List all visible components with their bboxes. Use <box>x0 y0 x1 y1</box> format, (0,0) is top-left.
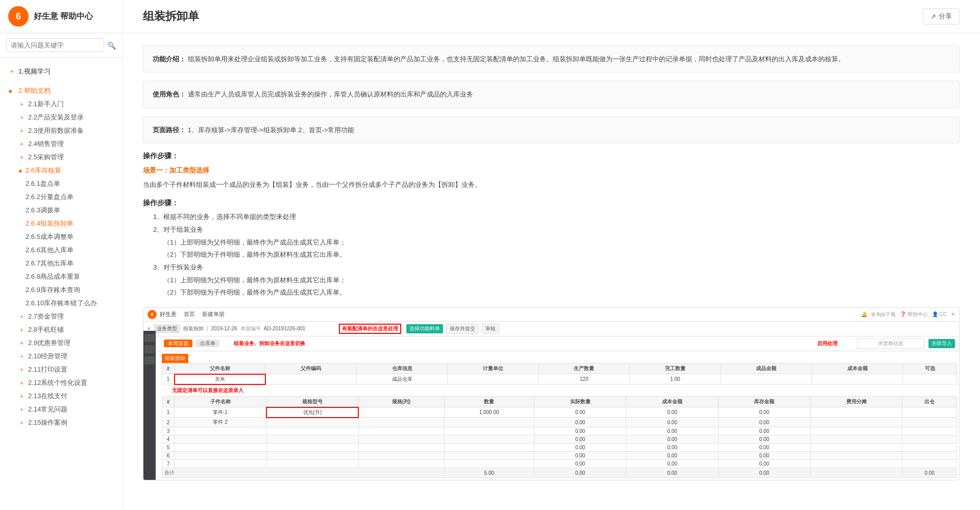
sidebar-item-stock-error[interactable]: 2.6.10库存账本错了么办 <box>26 297 114 310</box>
col-unit: 计量单位 <box>448 363 538 374</box>
sidebar-item-data-prep[interactable]: ＋ 2.3使用前数据准备 <box>18 124 114 137</box>
app-orange-header: 组装拆卸 <box>162 354 188 363</box>
step2-2: （2）下部明细为子件明细，最终作为原材料生成其它出库单。 <box>143 249 960 261</box>
sidebar-item-cases[interactable]: ＋ 2.15操作案例 <box>18 416 114 429</box>
row-parent-code <box>265 374 356 384</box>
nav-children-docs: ＋ 2.1新手入门 ＋ 2.2产品安装及登录 ＋ 2.3使用前数据准备 ＋ 2.… <box>8 98 114 429</box>
row-unit <box>448 374 538 384</box>
app-sim-wrapper: 6 好生意 首页 新建单据 🔔 ⊞ App下载 ❓ 帮助中心 👤 CC ✕ <box>143 308 959 480</box>
site-title: 好生意 帮助中心 <box>34 11 93 22</box>
brow-spec: 优先(升) <box>266 407 358 418</box>
step1: 1、根据不同的业务，选择不同单据的类型来处理 <box>143 211 960 224</box>
minus-icon-inventory: ● <box>18 167 22 175</box>
sidebar-item-cost-adjust[interactable]: 2.6.5成本调整单 <box>26 230 114 244</box>
app-title-right: 🔔 ⊞ App下载 ❓ 帮助中心 👤 CC ✕ <box>861 311 955 318</box>
sidebar-item-online-pay[interactable]: ＋ 2.13在线支付 <box>18 390 114 403</box>
search-input[interactable] <box>6 38 104 52</box>
search-icon[interactable]: 🔍 <box>107 41 116 50</box>
sidebar-item-beginner[interactable]: ＋ 2.1新手入门 <box>18 98 114 111</box>
search-box: 🔍 <box>0 33 122 58</box>
annotation-3: 组装业务、拆卸业务在这里切换 <box>234 340 305 347</box>
bcol-out: 出仓 <box>902 396 957 407</box>
bcol-no: # <box>162 396 175 407</box>
sidebar-item-personalize[interactable]: ＋ 2.12系统个性化设置 <box>18 376 114 390</box>
footer-qty: 5.00 <box>444 468 534 478</box>
step3-1: （1）上部明细为父件明细，最终作为原材料生成其它出库单； <box>143 274 960 287</box>
sidebar-item-other-out[interactable]: 2.6.7其他出库单 <box>26 257 114 270</box>
step2-1: （1）上部明细为父件明细，最终作为产成品生成其它入库单； <box>143 236 960 249</box>
table-row: 30.000.000.00 <box>162 427 957 435</box>
sidebar-item-stock-query[interactable]: 2.6.9库存账本查询 <box>26 283 114 297</box>
app-date-value: 2019-12-26 <box>211 326 237 331</box>
role-text: 通常由生产人员或库管人员完成拆装业务的操作，库管人员确认原材料的出库和产成品的入… <box>188 90 473 98</box>
sidebar-item-assembly[interactable]: 2.6.4组装拆卸单 <box>26 217 114 230</box>
sidebar-item-coupons[interactable]: ＋ 2.9优惠券管理 <box>18 336 114 350</box>
col-parent-name: 父件名称 <box>175 363 265 374</box>
step3: 3、对于拆装业务 <box>143 261 960 274</box>
sidebar-item-inventory[interactable]: ● 2.6库存核算 <box>18 164 114 177</box>
app-title-text: 好生意 <box>160 310 177 318</box>
minus-icon: ● <box>8 87 15 95</box>
app-side-icons <box>143 331 156 480</box>
sidebar-item-inventory-check[interactable]: 2.6.1盘点单 <box>26 177 114 190</box>
app-icon-bell: 🔔 <box>861 311 867 317</box>
sidebar-item-videos[interactable]: ＋ 1.视频学习 <box>8 65 114 78</box>
app-tab-1[interactable]: 本周首选 <box>164 339 192 347</box>
table-row: 70.000.000.00 <box>162 460 957 468</box>
sidebar-item-mobile[interactable]: ＋ 2.8手机旺铺 <box>18 323 114 336</box>
app-btn-save-top[interactable]: 保存并提交 <box>446 324 479 334</box>
side-icon-2[interactable] <box>144 345 155 353</box>
side-icon-1[interactable] <box>144 334 155 342</box>
path-text: 1、库存核算->库存管理->组装拆卸单 2、首页->常用功能 <box>188 126 355 134</box>
brow-alloc <box>810 418 902 427</box>
bcol-qty: 数量 <box>444 396 534 407</box>
sidebar-item-install[interactable]: ＋ 2.2产品安装及登录 <box>18 111 114 124</box>
side-icon-3[interactable] <box>144 356 155 365</box>
sidebar-item-cost-recalc[interactable]: 2.6.8商品成本重算 <box>26 270 114 283</box>
app-icon-user: 👤 CC <box>932 311 947 317</box>
col-product-amt: 成品金额 <box>721 363 812 374</box>
table-row: 40.000.000.00 <box>162 435 957 444</box>
app-table-area: 组装拆卸 # 父件名称 父件编码 仓库信息 计量单位 生产数量 <box>143 351 959 480</box>
bcol-spec: 规格型号 <box>266 396 358 407</box>
row-prod-qty: 120 <box>538 374 629 384</box>
app-btn-import[interactable]: 关联导入 <box>928 339 955 348</box>
row-warehouse: 成品仓库 <box>356 374 447 384</box>
sidebar-item-print[interactable]: ＋ 2.11打印设置 <box>18 363 114 376</box>
path-block: 页面路径： 1、库存核算->库存管理->组装拆卸单 2、首页->常用功能 <box>143 116 960 143</box>
sidebar-item-docs[interactable]: ● 2.帮助文档 <box>8 84 114 98</box>
sidebar-item-partial-check[interactable]: 2.6.2分量盘点单 <box>26 190 114 204</box>
content-area: 功能介绍： 组装拆卸单用来处理企业组装或拆卸等加工业务，支持有固定装配清单的产品… <box>122 33 980 510</box>
sidebar-item-other-in[interactable]: 2.6.6其他入库单 <box>26 244 114 257</box>
sidebar-item-sales[interactable]: ＋ 2.4销售管理 <box>18 137 114 151</box>
plus-icon-online-pay: ＋ <box>18 392 25 401</box>
scene1-heading: 场景一：加工类型选择 <box>143 166 960 175</box>
app-tab-2[interactable]: 出库单 <box>196 339 219 347</box>
sidebar-item-finance[interactable]: ＋ 2.7资金管理 <box>18 310 114 323</box>
bcol-spec2: 规格(列) <box>358 396 444 407</box>
col-cost-amt: 成本金额 <box>812 363 902 374</box>
bcol-cost-amt: 成本金额 <box>626 396 718 407</box>
app-date-label: | <box>207 326 208 331</box>
app-tab-section: 本周首选 出库单 <box>164 340 219 347</box>
sidebar-item-operations[interactable]: ＋ 2.10经营管理 <box>18 350 114 363</box>
role-label: 使用角色： <box>153 90 186 98</box>
nav-tree: ＋ 1.视频学习 ● 2.帮助文档 ＋ 2.1新手入门 ＋ 2.2产品安装及登录 <box>0 58 122 510</box>
sidebar-item-faq[interactable]: ＋ 2.14常见问题 <box>18 403 114 416</box>
sidebar-item-adjustment[interactable]: 2.6.3调拨单 <box>26 204 114 217</box>
brow-actual-qty: 0.00 <box>534 418 626 427</box>
sidebar-header: 6 好生意 帮助中心 <box>0 0 122 33</box>
brow-qty <box>444 418 534 427</box>
app-btn-select[interactable]: 选择功能料单 <box>406 324 443 333</box>
col-options: 可选 <box>903 363 957 374</box>
sidebar-item-purchase[interactable]: ＋ 2.5采购管理 <box>18 151 114 164</box>
annotation-5: 无固定清单可以直接在这里录入 <box>162 387 957 394</box>
plus-icon: ＋ <box>8 67 15 76</box>
brow-qty: 1,000.00 <box>444 407 534 418</box>
app-btn-approve-top[interactable]: 审核 <box>482 324 499 334</box>
table-row: 60.000.000.00 <box>162 452 957 460</box>
share-button[interactable]: ↗ 分享 <box>923 8 960 25</box>
row-product-amt <box>721 374 812 384</box>
app-toolbar: ≡ 业务类型 组装拆卸 | 2019-12-26 单据编号 AD-2019122… <box>143 322 959 336</box>
col-parent-code: 父件编码 <box>265 363 356 374</box>
